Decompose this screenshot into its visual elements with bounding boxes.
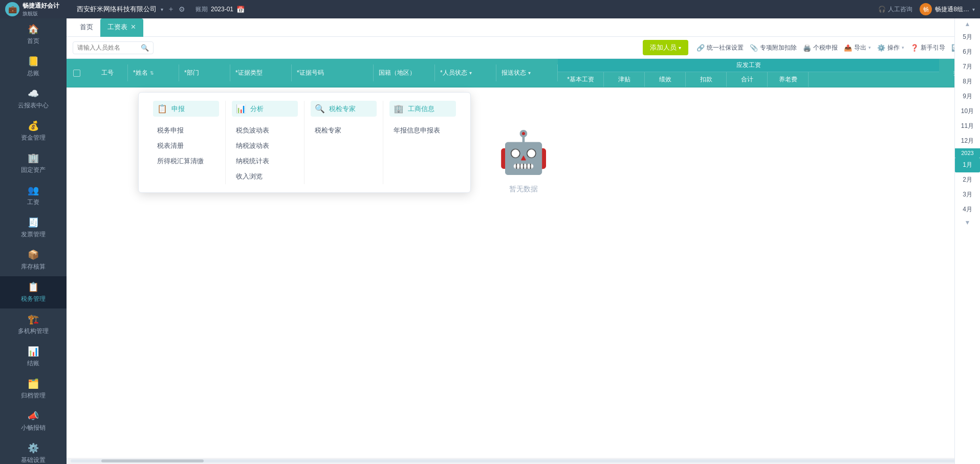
settings-icon[interactable]: ⚙ — [179, 5, 185, 13]
th-total: 合计 — [727, 72, 768, 87]
sidebar-item-invoice[interactable]: 🧾 发票管理 — [0, 212, 67, 244]
th-name[interactable]: *姓名 ⇅ — [128, 64, 179, 81]
toolbar: 🔍 添加人员 ▾ 🔗 统一社保设置 📎 专项附加扣除 🖨️ 个税申报 — [67, 37, 980, 59]
cal-month-2[interactable]: 2月 — [955, 172, 980, 187]
tax-check-item[interactable]: 税检专家 — [311, 123, 377, 138]
horizontal-scrollbar[interactable] — [67, 458, 980, 464]
th-checkbox[interactable] — [67, 64, 87, 82]
sidebar-item-cloud[interactable]: ☁️ 云报表中心 — [0, 83, 67, 115]
cal-month-8[interactable]: 8月 — [955, 74, 980, 89]
menu-popup: 📋 申报 税务申报 税表清册 所得税汇算清缴 📊 分析 税负波动表 纳税波动表 … — [138, 92, 471, 193]
tax-icon: 📋 — [28, 281, 39, 293]
sidebar-label-inventory: 库存核算 — [21, 262, 46, 271]
tab-salary-table[interactable]: 工资表 ✕ — [100, 18, 143, 37]
th-performance: 绩效 — [645, 72, 686, 87]
sidebar-item-funds[interactable]: 💰 资金管理 — [0, 115, 67, 147]
tax-table-item[interactable]: 税表清册 — [153, 138, 219, 153]
guide-action[interactable]: ❓ 新手引导 — [910, 43, 945, 52]
status-filter-icon[interactable]: ▾ — [469, 70, 472, 76]
calendar-icon[interactable]: 📅 — [236, 6, 245, 13]
income-browse-item[interactable]: 收入浏览 — [232, 169, 298, 184]
sidebar-item-assets[interactable]: 🏢 固定资产 — [0, 147, 67, 180]
sidebar-item-settings[interactable]: ⚙️ 基础设置 — [0, 437, 67, 464]
social-security-icon: 🔗 — [696, 44, 705, 52]
inventory-icon: 📦 — [28, 249, 39, 260]
menu-section-business: 🏢 工商信息 年报信息申报表 — [383, 101, 462, 184]
cal-month-7[interactable]: 7月 — [955, 59, 980, 74]
sidebar-item-settle[interactable]: 📊 结账 — [0, 341, 67, 373]
cal-month-11[interactable]: 11月 — [955, 119, 980, 134]
declaration-title: 申报 — [171, 104, 185, 114]
cloud-icon: ☁️ — [28, 88, 39, 99]
cal-month-10[interactable]: 10月 — [955, 104, 980, 119]
menu-section-tax-expert-header: 🔍 税检专家 — [311, 101, 377, 117]
user-area[interactable]: 畅 畅捷通8组… ▾ — [920, 3, 975, 15]
send-status-filter-icon[interactable]: ▾ — [528, 70, 531, 76]
th-cert-num-label: *证据号码 — [297, 69, 324, 77]
cal-month-4[interactable]: 4月 — [955, 202, 980, 217]
th-status: *人员状态 ▾ — [435, 64, 496, 81]
cal-month-1[interactable]: 1月 — [955, 158, 980, 172]
sidebar-item-archive[interactable]: 🗂️ 归档管理 — [0, 373, 67, 405]
cal-month-3[interactable]: 3月 — [955, 187, 980, 202]
th-nation-label: 国籍（地区） — [379, 69, 416, 77]
funds-icon: 💰 — [28, 120, 39, 131]
sidebar-item-salary[interactable]: 👥 工资 — [0, 180, 67, 212]
th-dept: *部门 — [179, 64, 230, 81]
cal-month-6[interactable]: 6月 — [955, 45, 980, 59]
special-deduction-action[interactable]: 📎 专项附加扣除 — [750, 43, 797, 52]
export-action[interactable]: 📤 导出 ▾ — [844, 43, 871, 52]
personal-tax-action[interactable]: 🖨️ 个税申报 — [803, 43, 838, 52]
salary-icon: 👥 — [28, 185, 39, 196]
tab-home[interactable]: 首页 — [73, 18, 100, 37]
th-cert-num: *证据号码 — [292, 64, 374, 81]
special-deduction-icon: 📎 — [750, 44, 758, 52]
tax-fluctuation-item[interactable]: 纳税波动表 — [232, 138, 298, 153]
cal-month-12[interactable]: 12月 — [955, 134, 980, 148]
operate-action[interactable]: ⚙️ 操作 ▾ — [877, 43, 904, 52]
company-dropdown-icon[interactable]: ▾ — [161, 7, 163, 12]
add-person-button[interactable]: 添加人员 ▾ — [643, 40, 688, 55]
sidebar-label-multi: 多机构管理 — [18, 327, 49, 336]
logo-subtitle: 旗舰版 — [23, 10, 59, 17]
th-deduction: 扣款 — [686, 72, 727, 87]
cal-year-label: 2023 — [955, 148, 980, 158]
personal-tax-icon: 🖨️ — [803, 44, 811, 52]
sidebar-label-salary: 工资 — [27, 198, 39, 207]
tax-declaration-item[interactable]: 税务申报 — [153, 123, 219, 138]
scrollbar-thumb[interactable] — [101, 459, 204, 462]
avatar: 畅 — [920, 3, 932, 15]
settings-icon: ⚙️ — [28, 443, 39, 454]
sidebar-item-home[interactable]: 🏠 首页 — [0, 18, 67, 51]
search-input[interactable] — [77, 44, 139, 51]
guide-icon: ❓ — [910, 44, 919, 52]
th-allowance: 津贴 — [604, 72, 645, 87]
tax-stats-item[interactable]: 纳税统计表 — [232, 153, 298, 169]
th-nation: 国籍（地区） — [374, 64, 435, 81]
income-calc-item[interactable]: 所得税汇算清缴 — [153, 153, 219, 169]
sidebar-item-report[interactable]: 📣 小畅报销 — [0, 405, 67, 437]
guide-label: 新手引导 — [921, 43, 945, 52]
annual-report-item[interactable]: 年报信息申报表 — [389, 123, 456, 138]
add-company-icon[interactable]: ＋ — [167, 5, 175, 14]
content-area: 首页 工资表 ✕ 🔍 添加人员 ▾ 🔗 统一社保设置 — [67, 18, 980, 464]
home-icon: 🏠 — [28, 24, 39, 35]
tab-close-icon[interactable]: ✕ — [130, 23, 136, 31]
personal-tax-label: 个税申报 — [813, 43, 838, 52]
sidebar-item-multi[interactable]: 🏗️ 多机构管理 — [0, 308, 67, 341]
social-security-action[interactable]: 🔗 统一社保设置 — [696, 43, 744, 52]
ledger-icon: 📒 — [28, 56, 39, 67]
operate-dropdown-icon: ▾ — [902, 45, 904, 50]
sidebar-item-ledger[interactable]: 📒 总账 — [0, 51, 67, 83]
cal-month-9[interactable]: 9月 — [955, 89, 980, 104]
tax-burden-item[interactable]: 税负波动表 — [232, 123, 298, 138]
select-all-checkbox[interactable] — [73, 70, 80, 77]
cal-month-5[interactable]: 5月 — [955, 30, 980, 45]
period-value[interactable]: 2023-01 — [211, 6, 233, 13]
help-button[interactable]: 🎧 人工咨询 — [878, 5, 912, 14]
cal-nav-down[interactable]: ▼ — [965, 217, 971, 228]
cal-nav-up[interactable]: ▲ — [965, 18, 971, 30]
main-layout: 🏠 首页 📒 总账 ☁️ 云报表中心 💰 资金管理 🏢 固定资产 👥 工资 🧾 … — [0, 18, 980, 464]
sidebar-item-tax[interactable]: 📋 税务管理 — [0, 276, 67, 308]
sidebar-item-inventory[interactable]: 📦 库存核算 — [0, 244, 67, 276]
